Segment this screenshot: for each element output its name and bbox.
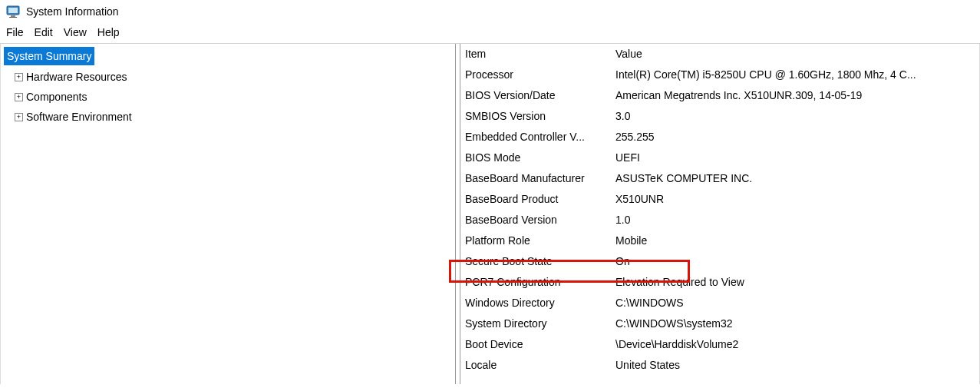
table-row[interactable]: Locale United States — [460, 355, 979, 376]
cell-value: \Device\HarddiskVolume2 — [615, 334, 979, 355]
cell-item: BaseBoard Version — [465, 210, 615, 230]
cell-item: System Directory — [465, 313, 615, 334]
table-row[interactable]: BIOS Mode UEFI — [460, 148, 979, 168]
cell-item: Platform Role — [465, 230, 615, 251]
header-row: Item Value — [460, 44, 979, 65]
cell-item: Embedded Controller V... — [465, 127, 615, 148]
cell-item: SMBIOS Version — [465, 106, 615, 127]
expand-icon[interactable]: + — [15, 93, 23, 101]
tree-item-label: Components — [26, 88, 87, 105]
cell-value: American Megatrends Inc. X510UNR.309, 14… — [615, 85, 979, 106]
table-row[interactable]: PCR7 Configuration Elevation Required to… — [460, 272, 979, 293]
table-row[interactable]: Secure Boot State On — [460, 251, 979, 272]
menu-file[interactable]: File — [6, 26, 24, 38]
cell-value: ASUSTeK COMPUTER INC. — [615, 168, 979, 189]
table-row[interactable]: SMBIOS Version 3.0 — [460, 106, 979, 127]
table-row[interactable]: Embedded Controller V... 255.255 — [460, 127, 979, 148]
cell-value: United States — [615, 355, 979, 376]
cell-item: BaseBoard Product — [465, 189, 615, 210]
cell-value: UEFI — [615, 148, 979, 168]
tree-item-label: Hardware Resources — [26, 68, 127, 85]
tree-item-hardware[interactable]: + Hardware Resources — [1, 67, 455, 87]
cell-item: Locale — [465, 355, 615, 376]
tree-item-components[interactable]: + Components — [1, 87, 455, 107]
svg-rect-1 — [8, 8, 18, 13]
table-row[interactable]: Processor Intel(R) Core(TM) i5-8250U CPU… — [460, 65, 979, 85]
cell-item: Secure Boot State — [465, 251, 615, 272]
table-row[interactable]: System Directory C:\WINDOWS\system32 — [460, 313, 979, 334]
menubar: File Edit View Help — [0, 23, 980, 44]
cell-value: Intel(R) Core(TM) i5-8250U CPU @ 1.60GHz… — [615, 65, 979, 85]
cell-item: Windows Directory — [465, 293, 615, 313]
cell-value: Mobile — [615, 230, 979, 251]
cell-item: Processor — [465, 65, 615, 85]
cell-item: PCR7 Configuration — [465, 272, 615, 293]
cell-value: On — [615, 251, 979, 272]
expand-icon[interactable]: + — [15, 73, 23, 81]
table-row[interactable]: Boot Device \Device\HarddiskVolume2 — [460, 334, 979, 355]
cell-value: 1.0 — [615, 210, 979, 230]
table-row[interactable]: BIOS Version/Date American Megatrends In… — [460, 85, 979, 106]
cell-value: X510UNR — [615, 189, 979, 210]
tree-root[interactable]: System Summary — [1, 45, 455, 67]
table-row[interactable]: BaseBoard Version 1.0 — [460, 210, 979, 230]
cell-value: C:\WINDOWS — [615, 293, 979, 313]
titlebar: System Information — [0, 0, 980, 23]
system-info-icon — [6, 5, 20, 18]
cell-item: BIOS Version/Date — [465, 85, 615, 106]
svg-rect-2 — [11, 15, 15, 17]
menu-help[interactable]: Help — [97, 26, 120, 38]
cell-value: C:\WINDOWS\system32 — [615, 313, 979, 334]
table-row[interactable]: Platform Role Mobile — [460, 230, 979, 251]
tree-pane[interactable]: System Summary + Hardware Resources + Co… — [0, 44, 456, 384]
expand-icon[interactable]: + — [15, 113, 23, 121]
tree-item-label: Software Environment — [26, 108, 132, 125]
cell-item: BaseBoard Manufacturer — [465, 168, 615, 189]
window-title: System Information — [26, 5, 119, 18]
cell-value: 3.0 — [615, 106, 979, 127]
table-row[interactable]: BaseBoard Product X510UNR — [460, 189, 979, 210]
menu-view[interactable]: View — [64, 26, 87, 38]
cell-value: 255.255 — [615, 127, 979, 148]
cell-item: Boot Device — [465, 334, 615, 355]
content-area: System Summary + Hardware Resources + Co… — [0, 44, 980, 384]
tree-item-software[interactable]: + Software Environment — [1, 107, 455, 127]
menu-edit[interactable]: Edit — [35, 26, 53, 38]
cell-item: BIOS Mode — [465, 148, 615, 168]
svg-rect-3 — [9, 17, 17, 18]
table-row[interactable]: Windows Directory C:\WINDOWS — [460, 293, 979, 313]
header-value[interactable]: Value — [615, 44, 979, 65]
header-item[interactable]: Item — [465, 44, 615, 65]
cell-value: Elevation Required to View — [615, 272, 979, 293]
details-pane[interactable]: Item Value Processor Intel(R) Core(TM) i… — [460, 44, 980, 384]
table-row[interactable]: BaseBoard Manufacturer ASUSTeK COMPUTER … — [460, 168, 979, 189]
tree-root-label: System Summary — [4, 47, 94, 65]
